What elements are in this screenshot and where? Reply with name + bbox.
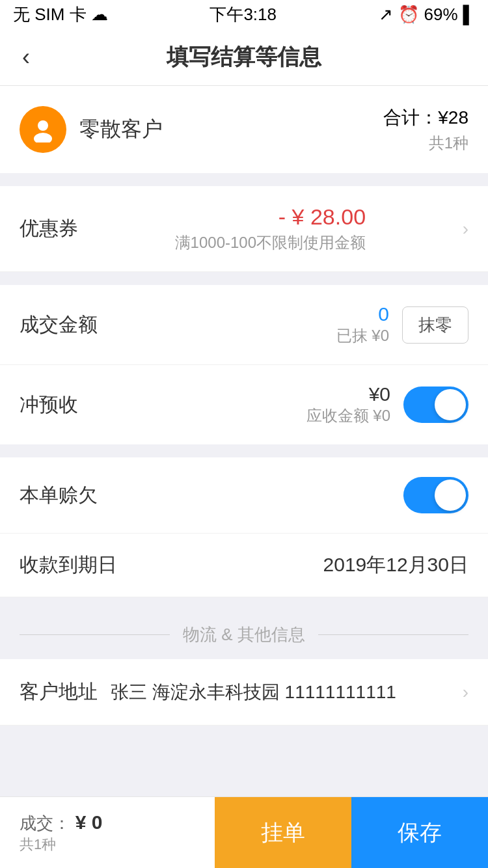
deal-values: 0 已抹 ¥0 xyxy=(336,303,389,346)
back-button[interactable]: ‹ xyxy=(16,37,36,77)
customer-row: 零散客户 合计：¥28 共1种 xyxy=(0,86,488,173)
svg-point-1 xyxy=(34,133,52,142)
address-value: 张三 海淀永丰科技园 11111111111 xyxy=(98,680,463,705)
debt-row: 本单赊欠 xyxy=(0,457,488,534)
debt-toggle-knob xyxy=(435,480,466,511)
divider-1 xyxy=(0,173,488,186)
save-button[interactable]: 保存 xyxy=(351,797,488,868)
main-content: 零散客户 合计：¥28 共1种 优惠券 - ¥ 28.00 满1000-100不… xyxy=(0,86,488,804)
prepay-toggle[interactable] xyxy=(403,387,468,423)
deal-sub: 已抹 ¥0 xyxy=(336,325,389,346)
customer-left: 零散客户 xyxy=(20,106,163,153)
bottom-buttons: 挂单 保存 xyxy=(215,797,488,868)
prepay-sub: 应收金额 ¥0 xyxy=(306,405,390,426)
bottom-deal-label: 成交： xyxy=(20,813,70,833)
due-date-row: 收款到期日 2019年12月30日 xyxy=(0,534,488,597)
round-button[interactable]: 抹零 xyxy=(402,306,468,344)
bottom-count: 共1种 xyxy=(20,835,195,854)
coupon-right: - ¥ 28.00 满1000-100不限制使用金额 xyxy=(175,204,366,253)
prepay-row: 冲预收 ¥0 应收金额 ¥0 xyxy=(0,365,488,444)
due-date-label: 收款到期日 xyxy=(20,552,117,578)
coupon-label: 优惠券 xyxy=(20,215,78,242)
status-time: 下午3:18 xyxy=(210,3,277,26)
address-label: 客户地址 xyxy=(20,679,98,705)
total-amount: 合计：¥28 xyxy=(383,105,468,130)
debt-label: 本单赊欠 xyxy=(20,482,98,509)
deal-amount-row: 成交金额 0 已抹 ¥0 抹零 xyxy=(0,285,488,365)
status-right: ↗ ⏰ 69% ▌ xyxy=(379,5,475,25)
total-count: 共1种 xyxy=(383,133,468,154)
svg-point-0 xyxy=(38,120,48,131)
address-chevron-icon: › xyxy=(463,682,468,703)
alarm-icon: ⏰ xyxy=(398,5,419,25)
prepay-value: ¥0 xyxy=(369,383,390,405)
avatar xyxy=(20,106,66,153)
customer-total: 合计：¥28 共1种 xyxy=(383,105,468,154)
battery-text: 69% xyxy=(424,5,458,25)
prepay-right: ¥0 应收金额 ¥0 xyxy=(306,383,468,426)
battery-icon: ▌ xyxy=(463,5,475,25)
pend-button[interactable]: 挂单 xyxy=(215,797,351,868)
bottom-amount: ¥ 0 xyxy=(75,811,103,833)
coupon-row[interactable]: 优惠券 - ¥ 28.00 满1000-100不限制使用金额 › xyxy=(0,186,488,272)
toggle-knob xyxy=(435,389,466,420)
deal-label: 成交金额 xyxy=(20,312,98,338)
coupon-chevron-icon: › xyxy=(463,219,468,239)
debt-toggle[interactable] xyxy=(403,477,468,513)
logistics-divider: 物流 & 其他信息 xyxy=(0,610,488,659)
logistics-line-left xyxy=(20,634,170,635)
prepay-label: 冲预收 xyxy=(20,392,78,418)
coupon-sub: 满1000-100不限制使用金额 xyxy=(175,232,366,253)
coupon-value: - ¥ 28.00 xyxy=(175,204,366,230)
address-row[interactable]: 客户地址 张三 海淀永丰科技园 11111111111 › xyxy=(0,659,488,726)
logistics-line-right xyxy=(318,634,468,635)
status-left: 无 SIM 卡 ☁ xyxy=(13,3,108,26)
deal-value[interactable]: 0 xyxy=(378,303,389,325)
bottom-deal-row: 成交： ¥ 0 xyxy=(20,811,195,835)
logistics-label: 物流 & 其他信息 xyxy=(183,623,305,646)
bottom-deal-info: 成交： ¥ 0 共1种 xyxy=(0,811,215,854)
bottom-bar: 成交： ¥ 0 共1种 挂单 保存 xyxy=(0,796,488,868)
status-bar: 无 SIM 卡 ☁ 下午3:18 ↗ ⏰ 69% ▌ xyxy=(0,0,488,29)
sim-text: 无 SIM 卡 ☁ xyxy=(13,3,108,26)
divider-3 xyxy=(0,444,488,457)
nav-bar: ‹ 填写结算等信息 xyxy=(0,29,488,86)
page-title: 填写结算等信息 xyxy=(167,42,321,72)
customer-name: 零散客户 xyxy=(79,115,163,144)
location-icon: ↗ xyxy=(379,5,393,25)
due-date-value: 2019年12月30日 xyxy=(323,552,468,578)
divider-2 xyxy=(0,272,488,285)
deal-right: 0 已抹 ¥0 抹零 xyxy=(336,303,468,346)
prepay-values: ¥0 应收金额 ¥0 xyxy=(306,383,390,426)
